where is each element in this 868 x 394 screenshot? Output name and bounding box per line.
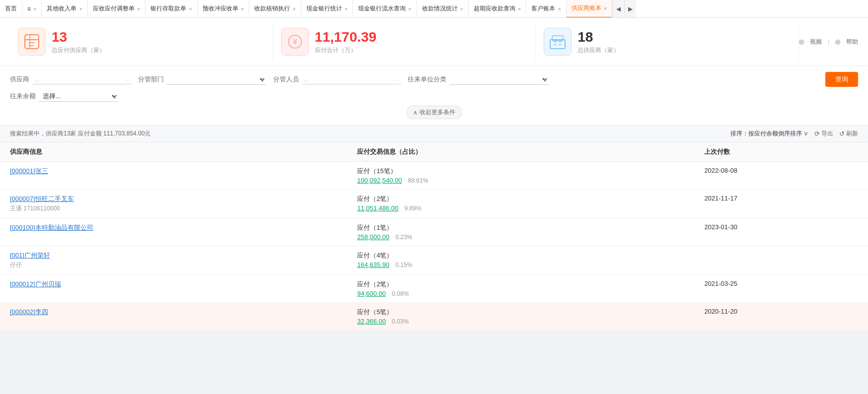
payable-suppliers-number: 13 <box>52 29 105 46</box>
payable-cell: 应付（5笔）32,366.000.03% <box>347 303 694 330</box>
close-icon[interactable]: × <box>345 6 348 12</box>
last-pay-date: 2023-01-30 <box>704 223 737 231</box>
payable-count: 应付（1笔） <box>357 223 684 232</box>
supplier-cell: [001]广州荣轩仔仔 <box>0 246 347 275</box>
search-button[interactable]: 查询 <box>825 72 858 87</box>
filter-row-1: 供应商 ··· 分管部门 ∨ 分管人员 ··· 往来单位分类 ∨ 查询 <box>10 72 858 87</box>
nav-tab-collection-audit[interactable]: 收款核销执行 × <box>249 0 301 18</box>
nav-tab-advance-collection[interactable]: 预收冲应收单 × <box>198 0 249 18</box>
nav-tab-cash-bank-stat[interactable]: 现金银行统计 × <box>301 0 353 18</box>
last-pay-date: 2021-11-17 <box>704 195 737 202</box>
payable-count: 应付（15笔） <box>357 167 684 176</box>
close-icon[interactable]: × <box>408 6 411 12</box>
payable-amount-link[interactable]: 164,635.90 <box>357 261 389 268</box>
supplier-link[interactable]: [000100]本特勤油品有限公司 <box>10 224 93 231</box>
payable-amount-link[interactable]: 94,600.00 <box>357 290 386 297</box>
close-icon[interactable]: × <box>292 6 295 12</box>
payable-percent: 0.15% <box>395 262 412 268</box>
close-icon[interactable]: × <box>558 6 561 12</box>
payable-amount-link[interactable]: 11,051,486.00 <box>357 204 398 212</box>
close-icon[interactable]: × <box>518 6 521 12</box>
total-suppliers-icon <box>544 28 572 56</box>
result-summary: 搜索结果中，供应商13家 应付金额 111,703,854.00元 <box>10 130 150 138</box>
collapse-button[interactable]: ∧ 收起更多条件 <box>407 106 462 119</box>
close-icon[interactable]: × <box>460 6 463 12</box>
payable-percent: 0.08% <box>392 290 409 297</box>
data-table: 供应商信息 应付交易信息（占比） 上次付数 [000001]张三应付（15笔）1… <box>0 142 868 330</box>
refresh-button[interactable]: ↺ 刷新 <box>839 130 858 138</box>
nav-tab-collection-stat[interactable]: 收款情况统计 × <box>417 0 469 18</box>
person-input[interactable] <box>302 74 401 84</box>
nav-tab-menu[interactable]: ≡ × <box>22 0 42 18</box>
payable-count: 应付（2笔） <box>357 280 684 289</box>
last-pay-cell: 2020-11-20 <box>694 303 868 330</box>
nav-tab-customer-account[interactable]: 客户账本 × <box>526 0 566 18</box>
close-icon[interactable]: × <box>189 6 192 12</box>
payable-cell: 应付（2笔）94,600.000.08% <box>347 275 694 303</box>
nav-arrow-right[interactable]: ▶ <box>624 0 636 18</box>
last-pay-date: 2021-03-25 <box>704 280 737 287</box>
circle-icon: ◎ <box>799 38 804 45</box>
nav-tab-ap-adjustment[interactable]: 应收应付调整单 × <box>88 0 145 18</box>
close-icon[interactable]: × <box>137 6 140 12</box>
video-link[interactable]: 视频 <box>810 38 822 46</box>
payable-cell: 应付（4笔）164,635.900.15% <box>347 246 694 275</box>
last-pay-date: 2022-08-08 <box>704 167 737 174</box>
circle-icon-help: ◎ <box>835 38 840 45</box>
supplier-label: 供应商 <box>10 75 29 84</box>
payable-amount-link[interactable]: 258,000.00 <box>357 233 389 241</box>
close-icon[interactable]: × <box>33 6 36 12</box>
payable-cell: 应付（1笔）258,000.000.23% <box>347 218 694 246</box>
unit-category-select[interactable] <box>449 74 549 85</box>
help-link[interactable]: 帮助 <box>846 38 858 46</box>
close-icon[interactable]: × <box>604 5 607 11</box>
supplier-link[interactable]: [000012]广州贝瑞 <box>10 280 61 288</box>
nav-tab-supplier-account[interactable]: 供应商账本 × <box>567 0 612 18</box>
close-icon[interactable]: × <box>241 6 244 12</box>
stats-tools: ◎ 视频 | ◎ 帮助 <box>799 38 858 46</box>
person-label: 分管人员 <box>273 75 299 84</box>
last-pay-cell: 2021-03-25 <box>694 275 868 303</box>
nav-arrow-left[interactable]: ◀ <box>612 0 624 18</box>
dept-select[interactable] <box>167 74 266 85</box>
supplier-link[interactable]: [000007]恒旺二手叉车 <box>10 195 74 202</box>
nav-tab-cash-bank-flow[interactable]: 现金银行流水查询 × <box>353 0 417 18</box>
payable-percent: 0.23% <box>395 234 412 241</box>
last-pay-cell: 2021-11-17 <box>694 190 868 218</box>
last-pay-date: 2020-11-20 <box>704 308 737 315</box>
nav-tab-home[interactable]: 首页 <box>0 0 22 18</box>
stat-total-suppliers: 18 总供应商（家） <box>536 24 799 60</box>
supplier-cell: [000007]恒旺二手叉车王通 17106110000 <box>0 190 347 218</box>
supplier-sub-info: 仔仔 <box>10 261 337 269</box>
export-button[interactable]: ⟳ 导出 <box>814 130 833 138</box>
col-payable-info: 应付交易信息（占比） <box>347 142 694 162</box>
close-icon[interactable]: × <box>79 6 82 12</box>
supplier-link[interactable]: [000001]张三 <box>10 167 48 175</box>
payable-cell: 应付（2笔）11,051,486.009.89% <box>347 190 694 218</box>
sort-chevron-icon[interactable]: ∨ <box>803 130 808 137</box>
payable-percent: 0.03% <box>392 318 409 325</box>
supplier-input[interactable] <box>32 74 132 84</box>
supplier-link[interactable]: [001]广州荣轩 <box>10 252 50 259</box>
supplier-cell: [000012]广州贝瑞 <box>0 275 347 303</box>
table-row: [000012]广州贝瑞应付（2笔）94,600.000.08%2021-03-… <box>0 275 868 303</box>
balance-select[interactable]: 选择... <box>39 91 118 102</box>
payable-amount-link[interactable]: 32,366.00 <box>357 318 386 325</box>
payable-cell: 应付（15笔）100,092,540.0089.61% <box>347 162 694 190</box>
supplier-link[interactable]: [000002]李四 <box>10 308 48 316</box>
filter-dept: 分管部门 ∨ <box>138 74 265 85</box>
svg-text:¥: ¥ <box>292 38 297 46</box>
unit-category-label: 往来单位分类 <box>408 75 446 84</box>
nav-tab-bank-deposit[interactable]: 银行存取款单 × <box>145 0 197 18</box>
last-pay-cell: 2022-08-08 <box>694 162 868 190</box>
last-pay-cell <box>694 246 868 275</box>
filter-row-2: 往来余额 选择... ∨ <box>10 91 858 102</box>
nav-tab-other-income[interactable]: 其他收入单 × <box>42 0 87 18</box>
nav-tab-overdue[interactable]: 超期应收款查询 × <box>469 0 526 18</box>
top-navigation: 首页 ≡ × 其他收入单 × 应收应付调整单 × 银行存取款单 × 预收冲应收单… <box>0 0 868 18</box>
sort-label: 排序：按应付余额倒序排序 ∨ <box>730 130 808 138</box>
payable-amount-link[interactable]: 100,092,540.00 <box>357 177 402 184</box>
filter-supplier: 供应商 ··· <box>10 74 130 84</box>
stat-payable-amount: ¥ 11,170.39 应付合计（万） <box>273 24 536 60</box>
result-actions: 排序：按应付余额倒序排序 ∨ ⟳ 导出 ↺ 刷新 <box>730 130 858 138</box>
